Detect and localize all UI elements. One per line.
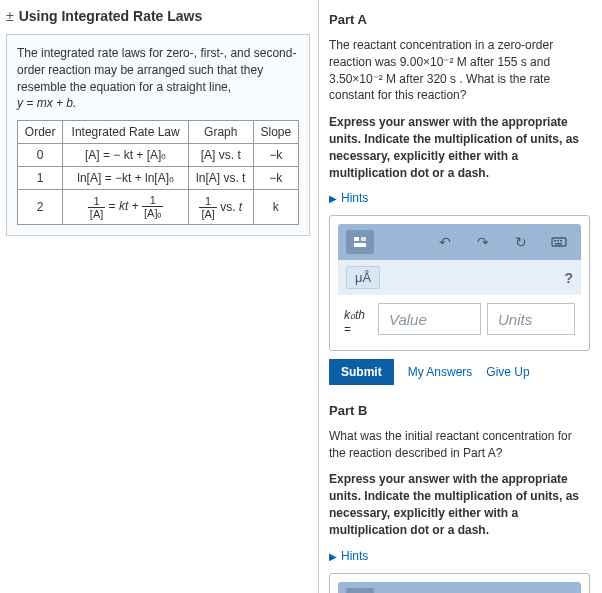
hints-label: Hints [341,191,368,205]
cell-order: 1 [18,167,63,190]
part-a: Part A The reactant concentration in a z… [329,12,590,385]
undo-icon[interactable]: ↶ [431,588,459,593]
rate-laws-table: Order Integrated Rate Law Graph Slope 0 … [17,120,299,225]
page-title-row: ± Using Integrated Rate Laws [6,8,310,24]
th-law: Integrated Rate Law [63,121,189,144]
table-row: 2 1[A] = kt + 1[A]₀ 1[A] vs. t k [18,190,299,225]
hints-toggle[interactable]: ▶Hints [329,549,590,563]
intro-text: The integrated rate laws for zero-, firs… [17,45,299,112]
svg-rect-6 [560,240,562,242]
toolbar: ↶ ↷ ↻ [338,224,581,260]
cell-slope: k [253,190,298,225]
cell-graph: ln[A] vs. t [188,167,253,190]
part-a-instructions: Express your answer with the appropriate… [329,114,590,181]
submit-row: Submit My Answers Give Up [329,359,590,385]
cell-law: ln[A] = −kt + ln[A]₀ [63,167,189,190]
cell-law: [A] = − kt + [A]₀ [63,144,189,167]
give-up-link[interactable]: Give Up [486,365,529,379]
answer-box-a: ↶ ↷ ↻ μÅ ? k₀th = Value [329,215,590,350]
help-icon[interactable]: ? [564,270,573,286]
info-box: The integrated rate laws for zero-, firs… [6,34,310,236]
part-b-heading: Part B [329,403,590,418]
svg-rect-3 [552,238,566,246]
equals-sign: = [344,322,351,336]
triangle-right-icon: ▶ [329,193,337,204]
part-a-text: The reactant concentration in a zero-ord… [329,37,590,104]
th-slope: Slope [253,121,298,144]
svg-rect-5 [557,240,559,242]
redo-icon[interactable]: ↷ [469,588,497,593]
lhs-label: k₀th = [344,303,378,335]
part-a-heading: Part A [329,12,590,27]
part-b: Part B What was the initial reactant con… [329,403,590,593]
cell-order: 0 [18,144,63,167]
units-symbol-button[interactable]: μÅ [346,266,380,289]
svg-rect-4 [554,240,556,242]
template-icon[interactable] [346,230,374,254]
triangle-right-icon: ▶ [329,551,337,562]
submit-button[interactable]: Submit [329,359,394,385]
table-row: 1 ln[A] = −kt + ln[A]₀ ln[A] vs. t −k [18,167,299,190]
svg-rect-2 [354,243,366,247]
hints-label: Hints [341,549,368,563]
intro: The integrated rate laws for zero-, firs… [17,46,296,94]
answer-box-b: ↶ ↷ ↻ μÅ ? [A]₀ = Value [329,573,590,593]
lhs-symbol: k₀th [344,308,365,322]
part-b-instructions: Express your answer with the appropriate… [329,471,590,538]
input-row: k₀th = Value Units [338,295,581,339]
part-b-text: What was the initial reactant concentrat… [329,428,590,462]
cell-order: 2 [18,190,63,225]
units-placeholder: Units [498,311,532,328]
toolbar: ↶ ↷ ↻ [338,582,581,593]
undo-icon[interactable]: ↶ [431,230,459,254]
value-input[interactable]: Value [378,303,481,335]
keyboard-icon[interactable] [545,588,573,593]
cell-graph: 1[A] vs. t [188,190,253,225]
cell-slope: −k [253,167,298,190]
cell-slope: −k [253,144,298,167]
my-answers-link[interactable]: My Answers [408,365,473,379]
table-row: 0 [A] = − kt + [A]₀ [A] vs. t −k [18,144,299,167]
line-equation: y = mx + b. [17,96,76,110]
cell-graph: [A] vs. t [188,144,253,167]
svg-rect-1 [361,237,366,241]
template-icon[interactable] [346,588,374,593]
svg-rect-0 [354,237,359,241]
units-input[interactable]: Units [487,303,575,335]
keyboard-icon[interactable] [545,230,573,254]
th-order: Order [18,121,63,144]
reset-icon[interactable]: ↻ [507,230,535,254]
plus-minus-icon: ± [6,8,14,24]
redo-icon[interactable]: ↷ [469,230,497,254]
value-placeholder: Value [389,311,427,328]
hints-toggle[interactable]: ▶Hints [329,191,590,205]
sub-toolbar: μÅ ? [338,260,581,295]
cell-law: 1[A] = kt + 1[A]₀ [63,190,189,225]
th-graph: Graph [188,121,253,144]
svg-rect-7 [555,243,562,245]
page-title: Using Integrated Rate Laws [19,8,203,24]
reset-icon[interactable]: ↻ [507,588,535,593]
